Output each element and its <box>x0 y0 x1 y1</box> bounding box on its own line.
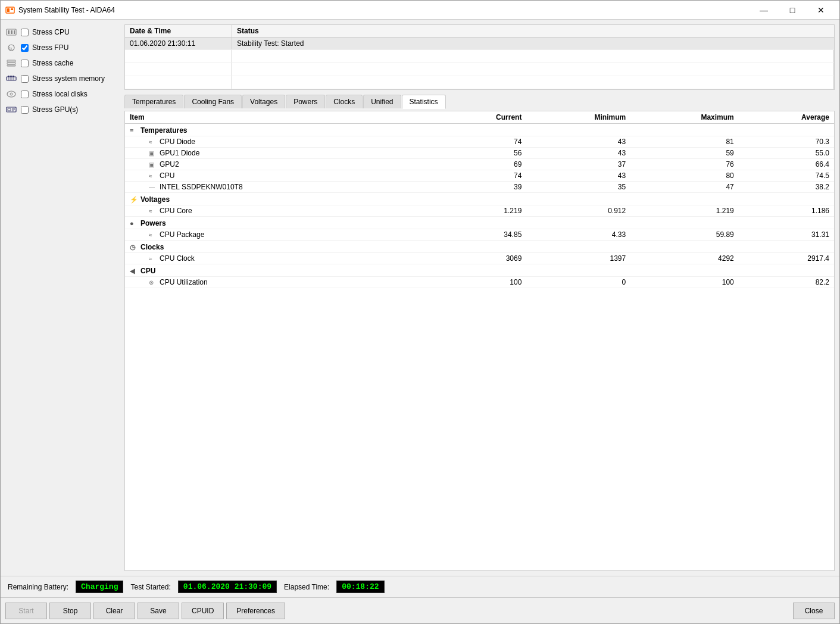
cpuid-button[interactable]: CPUID <box>182 603 224 619</box>
tab-unified[interactable]: Unified <box>363 95 401 108</box>
col-item: Item <box>125 111 436 124</box>
table-row: ≈CPU74438074.5 <box>125 170 834 182</box>
stress-memory-checkbox[interactable] <box>21 75 29 83</box>
cell-average: 70.3 <box>739 136 834 148</box>
col-maximum: Maximum <box>630 111 739 124</box>
cache-stress-icon <box>5 58 17 68</box>
clear-button[interactable]: Clear <box>93 603 135 619</box>
tab-clocks[interactable]: Clocks <box>326 95 363 108</box>
minimize-button[interactable]: — <box>750 1 777 20</box>
close-button[interactable]: Close <box>793 603 835 619</box>
stress-cpu-label: Stress CPU <box>32 28 70 36</box>
stress-memory-label: Stress system memory <box>32 74 105 83</box>
svg-rect-18 <box>10 76 11 77</box>
maximize-button[interactable]: □ <box>779 1 806 20</box>
table-row: ≈CPU Clock3069139742922917.4 <box>125 253 834 264</box>
cell-current: 1.219 <box>436 205 526 217</box>
log-empty-1 <box>125 50 834 63</box>
stress-memory-item: Stress system memory <box>1 71 120 86</box>
log-datetime-header: Date & Time <box>125 25 232 37</box>
svg-rect-24 <box>8 108 11 111</box>
cell-average: 38.2 <box>739 182 834 193</box>
svg-rect-1 <box>7 8 10 12</box>
battery-value: Charging <box>76 581 123 593</box>
window-controls: — □ ✕ <box>750 1 835 20</box>
stress-fpu-label: Stress FPU <box>32 43 68 52</box>
table-row: ≈CPU Package34.854.3359.8931.31 <box>125 229 834 241</box>
stop-button[interactable]: Stop <box>49 603 91 619</box>
tab-powers[interactable]: Powers <box>286 95 325 108</box>
memory-stress-icon <box>5 74 17 83</box>
log-datetime-0: 01.06.2020 21:30:11 <box>125 38 232 49</box>
tab-statistics[interactable]: Statistics <box>402 95 446 109</box>
table-row: ⊗CPU Utilization100010082.2 <box>125 277 834 288</box>
cell-maximum: 100 <box>630 277 739 288</box>
app-icon <box>5 5 15 15</box>
cell-maximum: 47 <box>630 182 739 193</box>
cell-maximum: 80 <box>630 170 739 182</box>
table-row: ≈CPU Diode74438170.3 <box>125 136 834 148</box>
stats-table: Item Current Minimum Maximum Average ≡Te… <box>125 111 834 288</box>
cell-current: 74 <box>436 136 526 148</box>
cell-minimum: 35 <box>526 182 630 193</box>
svg-rect-2 <box>11 8 13 10</box>
cell-maximum: 76 <box>630 159 739 170</box>
window-close-button[interactable]: ✕ <box>807 1 835 20</box>
gpu-stress-icon <box>5 105 17 114</box>
svg-text:fx: fx <box>9 46 13 51</box>
cell-current: 100 <box>436 277 526 288</box>
cell-current: 39 <box>436 182 526 193</box>
svg-rect-5 <box>11 30 13 34</box>
log-table: Date & Time Status 01.06.2020 21:30:11 S… <box>124 24 835 90</box>
stress-options-panel: Stress CPU fx Stress FPU <box>1 20 120 576</box>
stats-category-row: ⚡Voltages <box>125 193 834 205</box>
stress-fpu-checkbox[interactable] <box>21 44 29 52</box>
tab-temperatures[interactable]: Temperatures <box>124 95 183 108</box>
cell-average: 66.4 <box>739 159 834 170</box>
svg-rect-10 <box>7 63 15 64</box>
cpu-stress-icon <box>5 27 17 37</box>
stats-category-row: ◷Clocks <box>125 241 834 253</box>
main-window: System Stability Test - AIDA64 — □ ✕ <box>0 0 840 624</box>
save-button[interactable]: Save <box>138 603 179 619</box>
status-bar: Remaining Battery: Charging Test Started… <box>1 576 839 597</box>
window-title: System Stability Test - AIDA64 <box>18 6 750 14</box>
cell-minimum: 0.912 <box>526 205 630 217</box>
stress-gpus-checkbox[interactable] <box>21 106 29 114</box>
svg-rect-9 <box>7 60 15 62</box>
preferences-button[interactable]: Preferences <box>226 603 285 619</box>
cell-current: 69 <box>436 159 526 170</box>
stress-cpu-checkbox[interactable] <box>21 29 29 36</box>
tab-cooling-fans[interactable]: Cooling Fans <box>184 95 242 108</box>
stress-cpu-item: Stress CPU <box>1 24 120 40</box>
battery-remaining-label: Remaining Battery: <box>8 583 68 591</box>
stress-cache-label: Stress cache <box>32 59 73 67</box>
cell-average: 31.31 <box>739 229 834 241</box>
svg-point-22 <box>10 93 13 95</box>
stress-cache-item: Stress cache <box>1 55 120 71</box>
tabs-bar: Temperatures Cooling Fans Voltages Power… <box>124 95 835 108</box>
stress-cache-checkbox[interactable] <box>21 60 29 67</box>
stress-disks-checkbox[interactable] <box>21 91 29 98</box>
cell-current: 3069 <box>436 253 526 264</box>
cell-average: 1.186 <box>739 205 834 217</box>
cell-minimum: 0 <box>526 277 630 288</box>
cell-maximum: 59.89 <box>630 229 739 241</box>
cell-average: 2917.4 <box>739 253 834 264</box>
tab-voltages[interactable]: Voltages <box>242 95 285 108</box>
cell-average: 82.2 <box>739 277 834 288</box>
svg-rect-11 <box>7 65 15 66</box>
table-row: —INTEL SSDPEKNW010T839354738.2 <box>125 182 834 193</box>
stats-panel[interactable]: Item Current Minimum Maximum Average ≡Te… <box>124 111 835 571</box>
elapsed-time-label: Elapsed Time: <box>284 583 329 591</box>
main-content: Stress CPU fx Stress FPU <box>1 20 839 576</box>
cell-average: 74.5 <box>739 170 834 182</box>
stress-disks-label: Stress local disks <box>32 90 88 98</box>
svg-rect-20 <box>13 76 14 77</box>
col-minimum: Minimum <box>526 111 630 124</box>
stress-gpus-label: Stress GPU(s) <box>32 105 78 114</box>
stats-category-row: ≡Temperatures <box>125 124 834 136</box>
start-button[interactable]: Start <box>5 603 47 619</box>
cell-maximum: 1.219 <box>630 205 739 217</box>
svg-point-21 <box>7 91 15 97</box>
